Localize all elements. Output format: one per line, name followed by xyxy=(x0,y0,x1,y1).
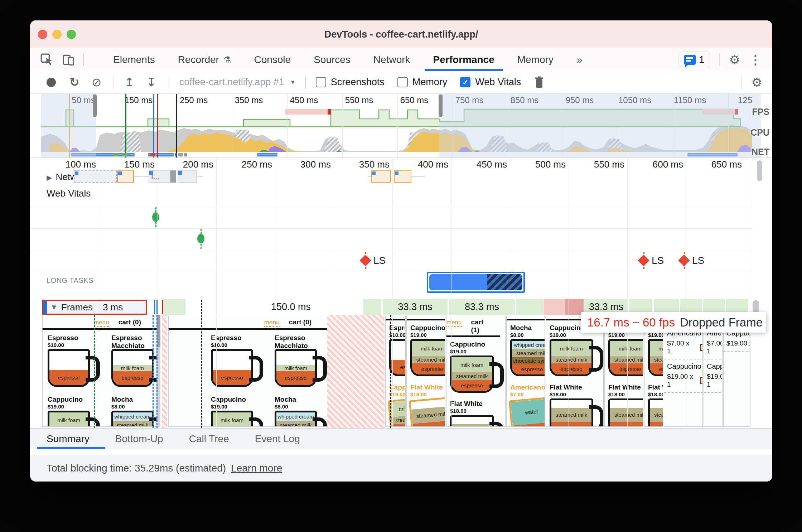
long-tasks-track-label[interactable]: LONG TASKS xyxy=(47,276,93,285)
filmstrip-screenshot[interactable]: Espresso$10.00espressoCappucino$19.00mil… xyxy=(385,316,406,427)
details-tab-summary[interactable]: Summary xyxy=(47,429,90,449)
details-tab-bottom-up[interactable]: Bottom-Up xyxy=(115,429,163,449)
cup-layer: steamed milk xyxy=(610,408,643,422)
inspect-element-icon[interactable] xyxy=(40,53,54,67)
filmstrip-screenshot[interactable]: Cappucino$19.00milk foamsteamed milkespr… xyxy=(406,316,445,427)
profile-select[interactable]: coffee-cart.netlify.app #1 ▼ xyxy=(179,77,296,88)
frame-segment[interactable]: 83.3 ms xyxy=(449,299,515,315)
settings-gear-icon[interactable]: ⚙ xyxy=(729,54,740,66)
frame-segment[interactable] xyxy=(185,299,218,315)
divider xyxy=(741,76,741,89)
scrollbar-thumb[interactable] xyxy=(757,160,762,181)
tab-console[interactable]: Console xyxy=(242,48,302,71)
timeline-ruler-label: 150 ms xyxy=(115,159,155,170)
web-vitals-track-label[interactable]: Web Vitals xyxy=(47,188,91,199)
cup-layer: espresso xyxy=(49,370,88,385)
layout-shift-marker[interactable] xyxy=(678,255,690,266)
details-tab-call-tree[interactable]: Call Tree xyxy=(189,429,229,449)
tab-sources[interactable]: Sources xyxy=(302,48,362,71)
network-request-bar[interactable] xyxy=(170,170,176,183)
tab-elements[interactable]: Elements xyxy=(102,48,166,71)
screenshot-content: menucart (0)Espresso$10.00espressoEspres… xyxy=(43,316,157,427)
divider xyxy=(719,53,720,66)
issues-badge[interactable]: 1 xyxy=(678,52,710,68)
trash-icon[interactable] xyxy=(534,76,545,89)
cup-layer-label: milk foam xyxy=(460,362,483,368)
frame-segment[interactable] xyxy=(363,299,381,315)
cart-item-qty: $19.00 x 1+- xyxy=(667,373,703,388)
record-button[interactable] xyxy=(47,78,56,87)
more-options-icon[interactable]: ⋮ xyxy=(749,54,762,66)
frame-segment[interactable] xyxy=(543,299,565,315)
filmstrip-screenshot[interactable]: menucart (0)Espresso$10.00espressoEspres… xyxy=(42,316,157,427)
clear-recording-icon[interactable]: ⊘ xyxy=(92,76,102,88)
frame-segment[interactable] xyxy=(163,299,185,315)
filmstrip-screenshot[interactable]: menucart (1)Cappucino$19.00milk foamstea… xyxy=(446,316,506,427)
reload-and-record-icon[interactable]: ↻ xyxy=(69,76,79,88)
event-marker-line xyxy=(201,315,202,428)
cup-layer-label: steamed milk xyxy=(416,411,445,420)
selection-handle-right[interactable] xyxy=(439,95,443,117)
coffee-cup: steamed milkespresso xyxy=(409,397,445,427)
product-cell: Cappucino$19.00milk foamsteamed milkespr… xyxy=(48,396,101,427)
quantity-stepper[interactable]: +- xyxy=(700,377,703,384)
track-separator xyxy=(30,228,752,229)
overview-ruler-label: 650 ms xyxy=(389,95,439,105)
tab-network[interactable]: Network xyxy=(362,48,422,71)
learn-more-link[interactable]: Learn more xyxy=(231,463,282,474)
vitals-good-marker[interactable] xyxy=(197,234,204,243)
frame-segment[interactable]: 150.0 ms xyxy=(218,299,363,315)
save-profile-icon[interactable]: ↧ xyxy=(146,76,156,88)
collapse-triangle-icon: ▶ xyxy=(47,174,52,182)
quantity-stepper[interactable]: +- xyxy=(700,344,703,351)
cup-body: steamed milkespresso xyxy=(409,397,445,427)
layout-shift-marker[interactable] xyxy=(359,255,371,266)
window-title: DevTools - coffee-cart.netlify.app/ xyxy=(30,29,772,40)
screenshot-scrollbar xyxy=(157,315,160,427)
scrollbar-thumb[interactable] xyxy=(753,300,759,313)
checkbox-memory[interactable]: Memory xyxy=(397,77,448,88)
cup-body: milk foamsteamed milkespresso xyxy=(211,411,253,427)
request-chip xyxy=(118,171,122,175)
increase-button[interactable]: + xyxy=(700,344,703,351)
cup-body: milk foamespresso xyxy=(111,349,154,387)
screenshot-content: Cappucino$19.00milk foamsteamed milkespr… xyxy=(407,319,445,427)
details-tab-event-log[interactable]: Event Log xyxy=(255,429,300,449)
network-request-bar[interactable] xyxy=(117,170,134,183)
filmstrip-screenshot[interactable]: menucart (0)Espresso$10.00espressoEspres… xyxy=(168,316,327,427)
checkbox-label: Screenshots xyxy=(331,77,385,88)
increase-button[interactable]: + xyxy=(700,377,703,384)
app-menu-link: menu xyxy=(264,319,280,327)
network-request-bar[interactable] xyxy=(178,170,197,183)
frames-track-header[interactable]: ▼ Frames 3 ms xyxy=(42,300,147,315)
event-marker-line xyxy=(390,315,391,428)
tab-memory[interactable]: Memory xyxy=(506,48,565,71)
tab-performance[interactable]: Performance xyxy=(422,48,506,71)
product-cell: Espresso$10.00espresso xyxy=(389,324,406,376)
performance-panel: 50 ms150 ms250 ms350 ms450 ms550 ms650 m… xyxy=(30,94,772,428)
product-cell: Cappucino$19.00milk foamsteamed milkespr… xyxy=(211,396,265,427)
panel-tabs: ElementsRecorder⚗ConsoleSourcesNetworkPe… xyxy=(102,48,594,71)
cup-layer-label: espresso xyxy=(421,366,443,372)
load-profile-icon[interactable]: ↥ xyxy=(124,76,134,88)
frame-segment[interactable] xyxy=(516,299,543,315)
timeline-gridline xyxy=(275,158,275,428)
checkbox-web-vitals[interactable]: ✓Web Vitals xyxy=(460,77,521,88)
coffee-cup: milk foamsteamed milkespresso xyxy=(608,339,643,376)
vitals-good-marker[interactable] xyxy=(152,212,159,222)
device-toolbar-icon[interactable] xyxy=(62,53,75,67)
layout-shift-marker[interactable] xyxy=(638,255,649,266)
selection-handle-left[interactable] xyxy=(93,95,97,117)
network-request-bar[interactable] xyxy=(74,170,117,183)
cup-layer xyxy=(610,400,643,408)
filmstrip-screenshot[interactable]: Mocha$8.00whipped creamsteamed milkchoco… xyxy=(506,316,545,427)
more-tabs-chevron[interactable]: » xyxy=(565,48,594,71)
network-request-bar[interactable]: I... xyxy=(149,170,170,183)
tab-recorder[interactable]: Recorder⚗ xyxy=(166,48,243,71)
checkbox-screenshots[interactable]: Screenshots xyxy=(316,77,385,88)
timeline-overview[interactable]: 50 ms150 ms250 ms350 ms450 ms550 ms650 m… xyxy=(30,94,772,158)
network-request-bar[interactable] xyxy=(371,170,391,183)
product-cell: Espresso$10.00espresso xyxy=(48,334,101,387)
network-request-bar[interactable] xyxy=(394,170,411,183)
capture-settings-gear-icon[interactable]: ⚙ xyxy=(752,76,762,88)
